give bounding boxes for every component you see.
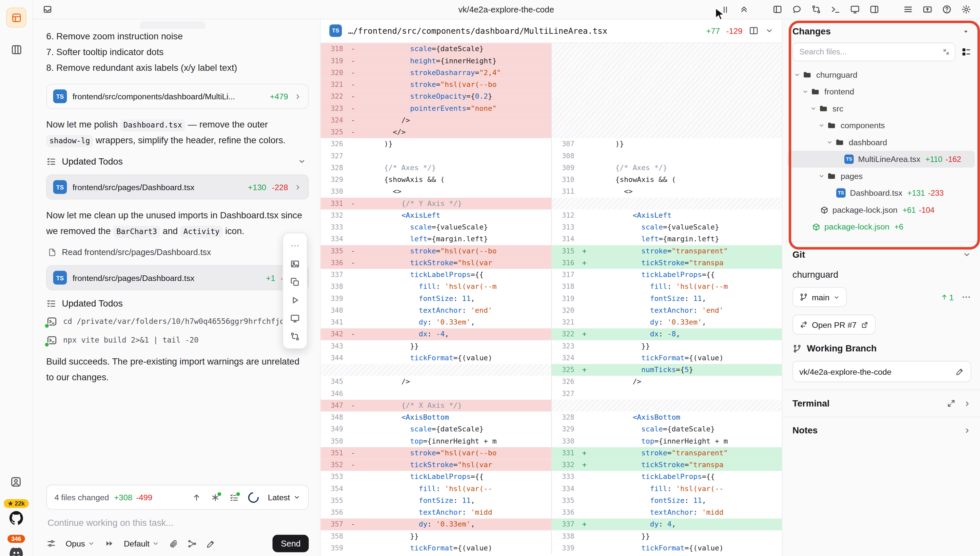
todos-label: Updated Todos xyxy=(62,157,123,166)
terminal-section-header[interactable]: Terminal xyxy=(782,390,980,417)
tree-file-package-lock.json[interactable]: package-lock.json+61-104 xyxy=(788,201,975,218)
additions-count: +6 xyxy=(894,222,903,231)
changes-header[interactable]: Changes xyxy=(782,19,980,40)
chevron-down-icon[interactable] xyxy=(765,26,774,35)
paperclip-icon[interactable] xyxy=(169,539,178,548)
model-select[interactable]: Opus xyxy=(66,539,95,548)
diff-row: 339 fontSize: 11,319 fontSize: 11, xyxy=(321,293,782,305)
search-box[interactable] xyxy=(793,43,956,61)
git-header[interactable]: Git xyxy=(793,249,971,260)
diff-right-ctx: 330 top={innerHeight + m xyxy=(551,435,783,447)
chevron-right-icon[interactable] xyxy=(963,426,971,435)
chevron-right-icon[interactable] xyxy=(963,399,971,407)
message-input[interactable] xyxy=(46,510,311,535)
terminal-icon[interactable] xyxy=(831,4,841,15)
kanban-view-button[interactable] xyxy=(7,40,26,59)
tree-folder-components[interactable]: components xyxy=(788,117,975,134)
diff-left-del: 324- /> xyxy=(321,115,551,126)
search-input[interactable] xyxy=(798,47,939,57)
commits-ahead: 1 xyxy=(940,293,953,302)
tree-folder-churnguard[interactable]: churnguard xyxy=(788,66,975,83)
diff-left-ctx: 350 top={innerHeight + m xyxy=(321,435,551,447)
arrow-up-icon[interactable] xyxy=(192,492,201,502)
version-dropdown[interactable]: Latest xyxy=(268,492,300,502)
shrink-icon[interactable] xyxy=(942,48,950,56)
tree-folder-src[interactable]: src xyxy=(788,100,975,117)
tree-view-icon[interactable] xyxy=(961,47,972,57)
ellipsis-icon[interactable] xyxy=(961,292,972,302)
inline-code: Activity xyxy=(180,226,223,238)
preview-button[interactable] xyxy=(283,309,307,327)
panel-right-icon[interactable] xyxy=(869,4,879,15)
tree-folder-frontend[interactable]: frontend xyxy=(788,83,975,100)
file-change-card[interactable]: TS frontend/src/components/dashboard/Mul… xyxy=(46,84,309,109)
panel-left-icon[interactable] xyxy=(773,4,783,15)
chevron-down-icon xyxy=(810,105,817,112)
pen-icon[interactable] xyxy=(207,539,216,548)
github-icon xyxy=(8,509,24,526)
sliders-icon[interactable] xyxy=(46,538,57,549)
diff-left-ctx: 353 tickLabelProps={{ xyxy=(321,471,551,483)
file-change-card[interactable]: TS frontend/src/pages/Dashboard.tsx +130… xyxy=(46,175,309,199)
run-button[interactable] xyxy=(283,291,307,309)
terminal-command-row[interactable]: cd /private/var/folders/10/h7w0q46556ggr… xyxy=(46,316,309,327)
mode-select[interactable]: Default xyxy=(124,539,160,548)
folder-icon xyxy=(827,121,836,130)
copy-button[interactable] xyxy=(283,273,307,291)
diff-right-ctx: 326 /> xyxy=(551,376,783,388)
read-file-row[interactable]: Read frontend/src/pages/Dashboard.tsx xyxy=(47,247,309,257)
split-view-icon[interactable] xyxy=(749,26,759,36)
chevron-right-icon xyxy=(294,183,302,191)
chevron-down-icon xyxy=(152,540,160,547)
tree-file-Dashboard.tsx[interactable]: TSDashboard.tsx+131-233 xyxy=(788,184,975,202)
diff-right-ctx: 333 tickLabelProps={{ xyxy=(551,471,783,483)
tree-file-MultiLineArea.tsx[interactable]: TSMultiLineArea.tsx+110-162 xyxy=(788,151,975,168)
working-branch-field[interactable]: vk/4e2a-explore-the-code xyxy=(793,361,971,382)
worktree-icon[interactable] xyxy=(188,539,197,548)
workspace-layout-button[interactable] xyxy=(6,8,26,27)
updated-todos-row[interactable]: Updated Todos xyxy=(46,157,309,166)
terminal-command-row[interactable]: npx vite build 2>&1 | tail -20 xyxy=(46,335,309,346)
fast-forward-icon[interactable] xyxy=(105,538,115,549)
discord-link[interactable] xyxy=(8,545,24,556)
left-rail: ★ 22k 346 xyxy=(0,0,33,556)
diff-left-ctx: 358 }} xyxy=(321,530,551,542)
tree-file-package-lock.json[interactable]: package-lock.json+6 xyxy=(788,218,975,235)
tree-folder-dashboard[interactable]: dashboard xyxy=(788,134,975,151)
collapse-all-icon[interactable] xyxy=(739,5,749,14)
gear-icon[interactable] xyxy=(961,4,972,15)
pause-icon[interactable] xyxy=(721,5,730,14)
more-options-button[interactable] xyxy=(283,236,307,254)
tree-folder-pages[interactable]: pages xyxy=(788,168,975,184)
diff-button[interactable] xyxy=(283,327,307,345)
notes-section-header[interactable]: Notes xyxy=(782,417,980,444)
screen-share-icon[interactable] xyxy=(922,4,933,15)
diff-right-add: 325+ numTicks={5} xyxy=(551,364,783,376)
diff-row: 349 scale={dateScale}329 scale={dateScal… xyxy=(321,423,782,435)
send-button[interactable]: Send xyxy=(273,535,309,552)
chat-icon[interactable] xyxy=(792,4,802,15)
branch-select[interactable]: main xyxy=(793,287,847,307)
file-path: frontend/src/pages/Dashboard.tsx xyxy=(73,182,242,192)
help-icon[interactable] xyxy=(942,4,952,15)
diff-right-empty xyxy=(551,43,783,55)
diff-right-empty xyxy=(551,55,783,67)
diff-right-add: 322+ dx: -8, xyxy=(551,328,783,340)
monitor-icon[interactable] xyxy=(850,4,860,15)
diff-row: 327308 xyxy=(321,150,782,162)
menu-icon[interactable] xyxy=(903,4,913,15)
workspace-button[interactable] xyxy=(43,4,53,15)
screenshot-button[interactable] xyxy=(283,254,307,272)
account-button[interactable] xyxy=(10,476,22,488)
diff-row: 320- strokeDasharray="2,4" xyxy=(321,67,782,79)
git-compare-icon[interactable] xyxy=(811,4,821,15)
open-pr-button[interactable]: Open PR #7 xyxy=(793,315,875,335)
github-link[interactable] xyxy=(8,509,24,526)
diff-row: 343 }}323 }} xyxy=(321,340,782,352)
expand-icon[interactable] xyxy=(947,399,956,408)
pencil-icon[interactable] xyxy=(956,367,964,376)
changes-title: Changes xyxy=(793,26,831,36)
ts-file-icon: TS xyxy=(844,154,854,164)
file-change-card[interactable]: TS frontend/src/pages/Dashboard.tsx +1 -… xyxy=(46,265,309,290)
updated-todos-row[interactable]: Updated Todos xyxy=(46,298,309,309)
